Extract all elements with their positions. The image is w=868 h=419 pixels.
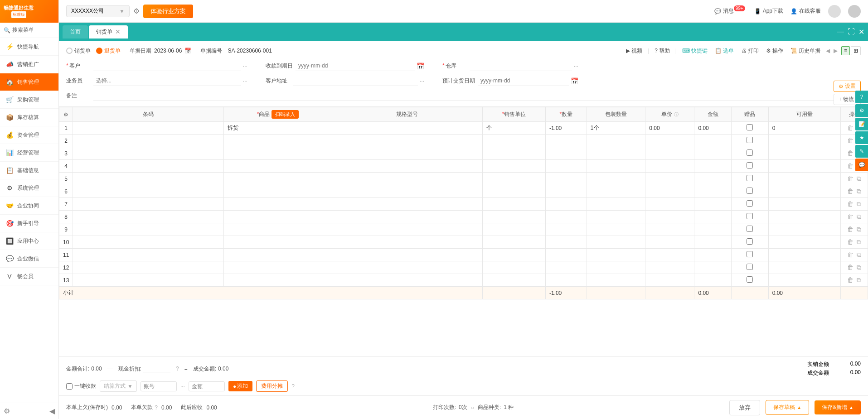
row-unit-price[interactable] [645, 173, 694, 185]
row-pack-qty[interactable]: 1个 [587, 122, 645, 135]
toolbar-shortcuts[interactable]: ⌨ 快捷键 [680, 47, 709, 55]
row-gift[interactable] [732, 198, 769, 211]
cash-discount-input[interactable] [143, 366, 170, 372]
row-unit[interactable] [483, 274, 546, 287]
float-btn-3[interactable]: 📝 [855, 118, 868, 130]
row-unit[interactable]: 个 [483, 122, 546, 135]
row-spec[interactable] [332, 261, 482, 274]
row-product[interactable] [223, 249, 332, 261]
row-unit[interactable] [483, 135, 546, 147]
row-product[interactable] [223, 211, 332, 223]
row-spec[interactable] [332, 211, 482, 223]
row-spec[interactable] [332, 223, 482, 236]
row-spec[interactable] [332, 147, 482, 160]
row-unit-price[interactable] [645, 236, 694, 249]
row-unit[interactable] [483, 185, 546, 198]
sidebar-item-purchase[interactable]: 🛒 采购管理 [0, 91, 58, 109]
delete-row-icon[interactable]: 🗑 [847, 276, 853, 284]
gift-checkbox[interactable] [747, 137, 753, 143]
amount-input[interactable] [189, 381, 225, 391]
row-product[interactable] [223, 223, 332, 236]
row-amount[interactable] [694, 135, 732, 147]
sidebar-item-collab[interactable]: 🤝 企业协同 [0, 197, 58, 215]
sidebar-item-stock[interactable]: 📦 库存核算 [0, 109, 58, 126]
sidebar-item-operations[interactable]: 📊 经营管理 [0, 144, 58, 162]
list-view-grid[interactable]: ⊞ [851, 46, 861, 55]
row-barcode[interactable] [73, 223, 223, 236]
row-qty[interactable] [545, 185, 587, 198]
row-gift[interactable] [732, 135, 769, 147]
payment-due-cal-icon[interactable]: 📅 [417, 63, 424, 70]
sidebar-item-members[interactable]: V 畅会员 [0, 268, 58, 285]
row-amount[interactable] [694, 198, 732, 211]
row-barcode[interactable] [73, 160, 223, 173]
this-order-arrears-icon[interactable]: ? [155, 405, 158, 411]
row-product[interactable] [223, 135, 332, 147]
row-unit[interactable] [483, 211, 546, 223]
toolbar-operate[interactable]: ⚙ 操作 [764, 47, 785, 55]
row-unit-price[interactable] [645, 249, 694, 261]
fee-help-icon[interactable]: ? [291, 383, 295, 390]
row-barcode[interactable] [73, 147, 223, 160]
account-input[interactable] [141, 381, 177, 391]
tab-home[interactable]: 首页 [63, 25, 88, 39]
row-qty[interactable] [545, 147, 587, 160]
expected-date-cal-icon[interactable]: 📅 [571, 77, 578, 85]
tab-sales-order[interactable]: 销货单 ✕ [89, 25, 128, 39]
delete-row-icon[interactable]: 🗑 [847, 149, 853, 157]
row-pack-qty[interactable] [587, 211, 645, 223]
collapse-icon[interactable]: ◀ [49, 407, 55, 415]
warehouse-dots-icon[interactable]: ··· [574, 63, 578, 69]
row-qty[interactable] [545, 198, 587, 211]
delete-row-icon[interactable]: 🗑 [847, 137, 853, 144]
sidebar-item-wechat[interactable]: 💬 企业微信 [0, 250, 58, 268]
notification-item[interactable]: 💬 消息 99+ [714, 7, 747, 15]
copy-row-icon[interactable]: ⧉ [857, 251, 861, 258]
row-amount[interactable] [694, 249, 732, 261]
row-spec[interactable] [332, 160, 482, 173]
row-product[interactable] [223, 185, 332, 198]
expected-date-input[interactable] [478, 76, 569, 86]
row-gift[interactable] [732, 173, 769, 185]
quick-payment-checkbox[interactable] [66, 383, 73, 390]
row-qty[interactable]: -1.00 [545, 122, 587, 135]
row-spec[interactable] [332, 122, 482, 135]
row-unit-price[interactable] [645, 198, 694, 211]
row-unit[interactable] [483, 236, 546, 249]
save-draft-button[interactable]: 保存草稿 ▲ [766, 400, 809, 415]
row-product[interactable]: 拆货 [223, 122, 332, 135]
row-gift[interactable] [732, 223, 769, 236]
delete-row-icon[interactable]: 🗑 [847, 251, 853, 258]
row-unit-price[interactable] [645, 223, 694, 236]
row-barcode[interactable] [73, 173, 223, 185]
row-unit[interactable] [483, 160, 546, 173]
row-gift[interactable] [732, 249, 769, 261]
tab-minimize-icon[interactable]: — [837, 28, 844, 36]
sidebar-item-guide[interactable]: 🎯 新手引导 [0, 215, 58, 232]
delete-row-icon[interactable]: 🗑 [847, 188, 853, 195]
row-gift[interactable] [732, 211, 769, 223]
sidebar-item-finance[interactable]: 💰 资金管理 [0, 126, 58, 144]
customer-address-dots-icon[interactable]: ··· [420, 78, 424, 84]
row-amount[interactable] [694, 274, 732, 287]
add-button[interactable]: ● 添加 [228, 381, 252, 391]
sidebar-search[interactable]: 🔍 搜索菜单 [0, 23, 58, 38]
row-pack-qty[interactable] [587, 274, 645, 287]
sidebar-item-sales[interactable]: 🏠 销售管理 [0, 73, 58, 91]
delete-row-icon[interactable]: 🗑 [847, 124, 853, 131]
row-unit[interactable] [483, 261, 546, 274]
row-unit[interactable] [483, 173, 546, 185]
user-avatar2[interactable] [848, 5, 861, 18]
row-pack-qty[interactable] [587, 223, 645, 236]
delete-row-icon[interactable]: 🗑 [847, 264, 853, 271]
row-qty[interactable] [545, 173, 587, 185]
gift-checkbox[interactable] [747, 238, 753, 245]
save-draft-chevron-icon[interactable]: ▲ [797, 405, 801, 410]
gift-checkbox[interactable] [747, 124, 753, 130]
payment-due-input[interactable] [296, 61, 415, 71]
remark-input[interactable] [93, 91, 861, 101]
list-view-rows[interactable]: ≡ [841, 46, 850, 55]
app-download-item[interactable]: 📱 App下载 [754, 7, 783, 15]
quick-payment-check[interactable]: 一键收款 [66, 382, 96, 390]
row-unit[interactable] [483, 198, 546, 211]
